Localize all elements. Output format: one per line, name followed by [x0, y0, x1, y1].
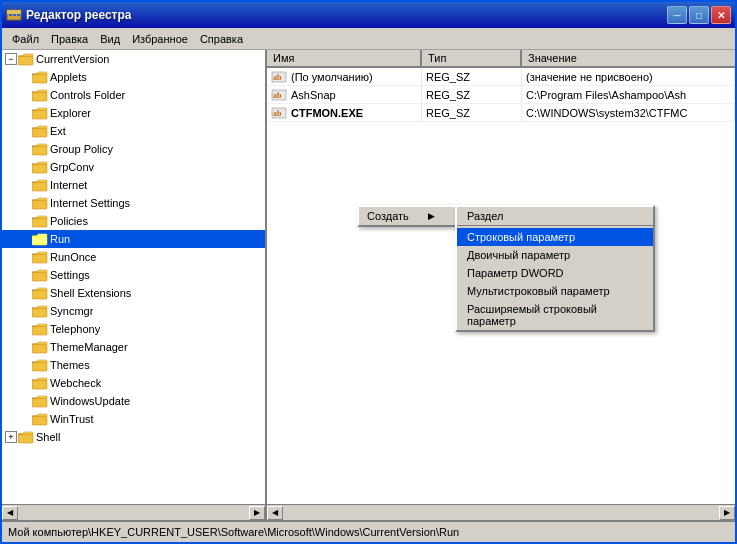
svg-rect-26	[18, 434, 33, 443]
tree-panel: − CurrentVersion Applets Controls Folder…	[2, 50, 267, 504]
submenu-item-3[interactable]: Параметр DWORD	[457, 264, 653, 282]
menu-file[interactable]: Файл	[6, 31, 45, 47]
tree-item-grouppolicy[interactable]: Group Policy	[2, 140, 265, 158]
folder-icon-runonce	[32, 250, 48, 264]
hscroll-right-btn[interactable]: ▶	[249, 506, 265, 520]
tree-item-internet[interactable]: Internet	[2, 176, 265, 194]
folder-icon-windowsupdate	[32, 394, 48, 408]
menubar: Файл Правка Вид Избранное Справка	[2, 28, 735, 50]
svg-text:ab: ab	[273, 73, 282, 82]
statusbar-text: Мой компьютер\HKEY_CURRENT_USER\Software…	[8, 526, 459, 538]
tree-item-webcheck[interactable]: Webcheck	[2, 374, 265, 392]
tree-item-applets[interactable]: Applets	[2, 68, 265, 86]
reg-icon-0: ab	[271, 71, 287, 83]
submenu-arrow-icon: ▶	[428, 211, 435, 221]
menu-help[interactable]: Справка	[194, 31, 249, 47]
window-title: Редактор реестра	[26, 8, 667, 22]
folder-icon-thememanager	[32, 340, 48, 354]
tree-item-internetsettings[interactable]: Internet Settings	[2, 194, 265, 212]
cell-name-2: ab CTFMON.EXE	[267, 104, 422, 121]
col-header-value[interactable]: Значение	[522, 50, 735, 66]
tree-label-themes: Themes	[50, 359, 90, 371]
svg-rect-6	[32, 74, 47, 83]
tree-label-currentversion: CurrentVersion	[36, 53, 109, 65]
create-context-menu: Создать ▶	[357, 205, 457, 227]
folder-icon-run	[32, 232, 48, 246]
tree-item-grpconv[interactable]: GrpConv	[2, 158, 265, 176]
menu-favorites[interactable]: Избранное	[126, 31, 194, 47]
tree-item-thememanager[interactable]: ThemeManager	[2, 338, 265, 356]
folder-icon-internetsettings	[32, 196, 48, 210]
tree-item-settings[interactable]: Settings	[2, 266, 265, 284]
submenu-item-4[interactable]: Мультистроковый параметр	[457, 282, 653, 300]
minimize-button[interactable]: ─	[667, 6, 687, 24]
col-header-type[interactable]: Тип	[422, 50, 522, 66]
tree-item-runonce[interactable]: RunOnce	[2, 248, 265, 266]
tree-label-runonce: RunOnce	[50, 251, 96, 263]
submenu-item-5[interactable]: Расширяемый строковый параметр	[457, 300, 653, 330]
tree-label-internetsettings: Internet Settings	[50, 197, 130, 209]
tree-label-explorer: Explorer	[50, 107, 91, 119]
tree-item-shell[interactable]: + Shell	[2, 428, 265, 446]
menu-view[interactable]: Вид	[94, 31, 126, 47]
registry-editor-window: Редактор реестра ─ □ ✕ Файл Правка Вид И…	[0, 0, 737, 544]
expand-btn-shell[interactable]: +	[5, 431, 17, 443]
svg-text:ab: ab	[273, 109, 282, 118]
tree-label-settings: Settings	[50, 269, 90, 281]
folder-icon-wintrust	[32, 412, 48, 426]
titlebar: Редактор реестра ─ □ ✕	[2, 2, 735, 28]
submenu-item-1[interactable]: Строковый параметр	[457, 228, 653, 246]
folder-icon-applets	[32, 70, 48, 84]
svg-rect-16	[32, 254, 47, 263]
right-hscroll-left-btn[interactable]: ◀	[267, 506, 283, 520]
reg-icon-1: ab	[271, 89, 287, 101]
tree-item-currentversion[interactable]: − CurrentVersion	[2, 50, 265, 68]
create-menu-item[interactable]: Создать ▶	[359, 207, 455, 225]
tree-label-syncmgr: Syncmgr	[50, 305, 93, 317]
tree-content: − CurrentVersion Applets Controls Folder…	[2, 50, 265, 504]
svg-rect-2	[9, 14, 12, 16]
tree-label-grpconv: GrpConv	[50, 161, 94, 173]
tree-item-run[interactable]: Run	[2, 230, 265, 248]
create-submenu: РазделСтроковый параметрДвоичный парамет…	[455, 205, 655, 332]
tree-item-themes[interactable]: Themes	[2, 356, 265, 374]
tree-label-controlsfolder: Controls Folder	[50, 89, 125, 101]
tree-item-ext[interactable]: Ext	[2, 122, 265, 140]
table-row[interactable]: ab AshSnapREG_SZC:\Program Files\Ashampo…	[267, 86, 735, 104]
tree-item-controlsfolder[interactable]: Controls Folder	[2, 86, 265, 104]
tree-item-windowsupdate[interactable]: WindowsUpdate	[2, 392, 265, 410]
hscroll-left-btn[interactable]: ◀	[2, 506, 18, 520]
tree-item-explorer[interactable]: Explorer	[2, 104, 265, 122]
right-hscroll: ◀ ▶	[267, 505, 735, 520]
tree-item-policies[interactable]: Policies	[2, 212, 265, 230]
table-header: Имя Тип Значение	[267, 50, 735, 68]
folder-icon-shell	[18, 430, 34, 444]
svg-rect-3	[13, 14, 16, 16]
svg-rect-23	[32, 380, 47, 389]
submenu-item-0[interactable]: Раздел	[457, 207, 653, 226]
table-row[interactable]: ab (По умолчанию)REG_SZ(значение не прис…	[267, 68, 735, 86]
maximize-button[interactable]: □	[689, 6, 709, 24]
folder-icon-currentversion	[18, 52, 34, 66]
tree-label-grouppolicy: Group Policy	[50, 143, 113, 155]
submenu-item-2[interactable]: Двоичный параметр	[457, 246, 653, 264]
expand-btn-currentversion[interactable]: −	[5, 53, 17, 65]
table-row[interactable]: ab CTFMON.EXEREG_SZC:\WINDOWS\system32\C…	[267, 104, 735, 122]
svg-rect-11	[32, 164, 47, 173]
close-button[interactable]: ✕	[711, 6, 731, 24]
cell-type-1: REG_SZ	[422, 86, 522, 103]
tree-label-shell: Shell	[36, 431, 60, 443]
menu-edit[interactable]: Правка	[45, 31, 94, 47]
right-panel: Имя Тип Значение ab (По умолчанию)REG_SZ…	[267, 50, 735, 504]
tree-item-shellextensions[interactable]: Shell Extensions	[2, 284, 265, 302]
right-hscroll-right-btn[interactable]: ▶	[719, 506, 735, 520]
main-split-area: − CurrentVersion Applets Controls Folder…	[2, 50, 735, 504]
tree-item-telephony[interactable]: Telephony	[2, 320, 265, 338]
folder-icon-shellextensions	[32, 286, 48, 300]
col-header-name[interactable]: Имя	[267, 50, 422, 66]
svg-rect-24	[32, 398, 47, 407]
svg-rect-1	[7, 10, 21, 14]
tree-item-wintrust[interactable]: WinTrust	[2, 410, 265, 428]
tree-item-syncmgr[interactable]: Syncmgr	[2, 302, 265, 320]
cell-name-text-2: CTFMON.EXE	[291, 107, 363, 119]
